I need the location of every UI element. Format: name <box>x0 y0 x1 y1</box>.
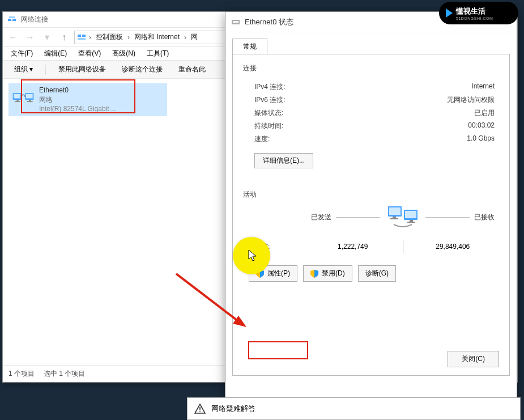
breadcrumb-sep: › <box>182 33 188 41</box>
status-item-count: 1 个项目 <box>8 369 35 379</box>
brand-name: 懂视生活 <box>456 6 493 16</box>
organize-button[interactable]: 组织 ▾ <box>7 63 40 76</box>
status-selected-count: 选中 1 个项目 <box>44 369 85 379</box>
row-ipv6: IPv6 连接: 无网络访问权限 <box>254 95 495 105</box>
svg-rect-17 <box>389 207 401 215</box>
speed-key: 速度: <box>254 134 270 144</box>
svg-rect-0 <box>8 19 11 21</box>
svg-rect-23 <box>407 222 415 223</box>
svg-rect-26 <box>199 407 201 410</box>
rename-button[interactable]: 重命名此 <box>172 63 212 76</box>
adapter-status: 网络 <box>39 95 117 105</box>
menu-edit[interactable]: 编辑(E) <box>40 48 71 60</box>
adapter-name: Ethernet0 <box>39 86 117 95</box>
watermark-badge: 懂视生活 51DONGSHI.COM <box>439 2 518 24</box>
svg-rect-13 <box>27 101 33 103</box>
bytes-recv-value: 29,849,406 <box>411 243 495 251</box>
toolbar-separator <box>45 65 46 75</box>
ipv6-key: IPv6 连接: <box>254 95 286 105</box>
recv-label: 已接收 <box>474 213 495 222</box>
brand-sub: 51DONGSHI.COM <box>456 16 493 20</box>
nav-back-button[interactable]: ← <box>6 31 20 44</box>
nav-recent-button[interactable]: ▾ <box>40 31 54 44</box>
svg-rect-21 <box>390 218 398 219</box>
activity-group-label: 活动 <box>243 190 499 200</box>
dur-key: 持续时间: <box>254 121 283 131</box>
menu-tools[interactable]: 工具(T) <box>142 48 173 60</box>
activity-computers-icon <box>385 204 421 230</box>
details-button[interactable]: 详细信息(E)... <box>254 153 313 168</box>
breadcrumb-seg[interactable]: 网络和 Internet <box>133 32 181 42</box>
row-media: 媒体状态: 已启用 <box>254 108 495 118</box>
adapter-desc: Intel(R) 82574L Gigabit ... <box>39 104 117 114</box>
tab-host: 常规 连接 IPv4 连接: Internet IPv6 连接: 无网络访问权限… <box>225 32 517 376</box>
svg-rect-27 <box>199 411 201 413</box>
troubleshoot-label: 网络疑难解答 <box>211 404 255 414</box>
breadcrumb-seg[interactable]: 控制面板 <box>94 32 125 42</box>
ethernet-status-dialog: Ethernet0 状态 ✕ 常规 连接 IPv4 连接: Internet I… <box>225 11 517 401</box>
properties-button-label: 属性(P) <box>267 269 290 278</box>
svg-rect-1 <box>12 19 16 21</box>
diagnose-button[interactable]: 诊断(G) <box>358 265 396 282</box>
warning-icon <box>194 404 206 414</box>
bytes-divider <box>403 240 403 253</box>
disable-device-button[interactable]: 禁用此网络设备 <box>52 63 113 76</box>
diagnose-connection-button[interactable]: 诊断这个连接 <box>115 63 169 76</box>
dur-value: 00:03:02 <box>468 121 495 131</box>
troubleshoot-bar[interactable]: 网络疑难解答 <box>187 397 521 420</box>
ipv6-value: 无网络访问权限 <box>447 95 495 105</box>
svg-rect-9 <box>26 94 33 99</box>
highlight-box-properties <box>248 341 308 359</box>
svg-rect-10 <box>16 100 18 101</box>
row-duration: 持续时间: 00:03:02 <box>254 121 495 131</box>
tab-panel-general: 连接 IPv4 连接: Internet IPv6 连接: 无网络访问权限 媒体… <box>232 54 510 376</box>
speed-value: 1.0 Gbps <box>467 134 495 144</box>
disable-button[interactable]: 禁用(D) <box>303 265 352 282</box>
svg-rect-19 <box>405 211 416 218</box>
play-icon <box>446 9 453 18</box>
adapter-labels: Ethernet0 网络 Intel(R) 82574L Gigabit ... <box>39 86 117 114</box>
menu-advanced[interactable]: 高级(N) <box>108 48 140 60</box>
svg-rect-20 <box>393 217 396 218</box>
disable-button-label: 禁用(D) <box>322 269 345 278</box>
row-speed: 速度: 1.0 Gbps <box>254 134 495 144</box>
close-button[interactable]: 关闭(C) <box>448 351 499 367</box>
svg-rect-3 <box>78 35 81 37</box>
menu-view[interactable]: 查看(V) <box>74 48 105 60</box>
ipv4-value: Internet <box>471 82 495 92</box>
media-key: 媒体状态: <box>254 108 283 118</box>
svg-rect-4 <box>82 35 86 37</box>
menu-file[interactable]: 文件(F) <box>6 48 37 60</box>
ethernet-icon <box>231 18 240 27</box>
row-ipv4: IPv4 连接: Internet <box>254 82 495 92</box>
svg-rect-5 <box>78 38 86 40</box>
svg-rect-2 <box>9 16 15 18</box>
ipv4-key: IPv4 连接: <box>254 82 286 92</box>
explorer-title-text: 网络连接 <box>21 15 48 24</box>
svg-rect-22 <box>410 220 413 222</box>
connection-group-label: 连接 <box>243 63 499 73</box>
network-adapter-icon <box>12 88 35 111</box>
bytes-sent-value: 1,222,749 <box>311 243 395 251</box>
nav-forward-button[interactable]: → <box>23 31 37 44</box>
nav-up-button[interactable]: ↑ <box>57 31 71 44</box>
diagnose-button-label: 诊断(G) <box>365 269 389 278</box>
svg-rect-12 <box>15 101 20 103</box>
cursor-icon <box>248 249 257 262</box>
sent-label: 已发送 <box>311 213 331 222</box>
breadcrumb-sep: › <box>126 33 131 41</box>
tab-general[interactable]: 常规 <box>232 39 267 54</box>
media-value: 已启用 <box>474 108 495 118</box>
breadcrumb-seg[interactable]: 网 <box>189 32 199 42</box>
activity-dash <box>425 217 470 218</box>
network-connections-icon <box>7 15 16 24</box>
adapter-ethernet0[interactable]: Ethernet0 网络 Intel(R) 82574L Gigabit ... <box>8 83 167 116</box>
shield-icon <box>310 270 318 278</box>
breadcrumb-sep: › <box>87 33 93 41</box>
svg-rect-15 <box>233 21 238 23</box>
svg-rect-11 <box>29 100 31 101</box>
control-panel-icon <box>77 33 86 42</box>
activity-dash <box>336 217 380 218</box>
svg-rect-8 <box>14 94 20 99</box>
